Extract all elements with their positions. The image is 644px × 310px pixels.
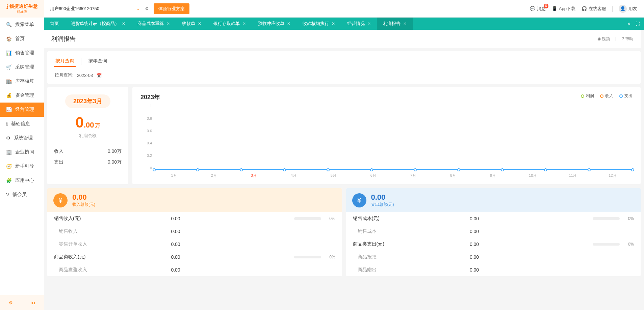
detail-row: 商品盘盈收入0.00 bbox=[47, 263, 342, 276]
menu-icon: 🏠 bbox=[6, 36, 12, 41]
tab-label: 收款单 bbox=[182, 21, 195, 27]
collapse-icon[interactable]: ⏮ bbox=[31, 300, 35, 305]
chart-card: 2023年 利润收入支出 10.80.60.40.20 1月2月3月4月5月6月… bbox=[132, 87, 641, 184]
legend-item[interactable]: 利润 bbox=[581, 93, 594, 99]
tab-5[interactable]: 预收冲应收单✕ bbox=[252, 18, 297, 30]
trial-button[interactable]: 体验行业方案 bbox=[154, 3, 189, 14]
close-icon[interactable]: ✕ bbox=[122, 21, 125, 26]
menu-icon: ⚙ bbox=[6, 135, 10, 141]
sidebar-item-7[interactable]: ℹ基础信息 bbox=[0, 117, 44, 131]
menu-label: 基础信息 bbox=[11, 121, 30, 127]
separator bbox=[612, 6, 613, 12]
row-value: 0.00 bbox=[142, 216, 209, 221]
query-panel: 按月查询 按年查询 按月查询: 2023-03 📅 bbox=[47, 51, 641, 84]
settings-icon[interactable]: ⚙ bbox=[9, 300, 13, 305]
tenant-select[interactable]: 用户690企业1660120750 ⌄ bbox=[50, 6, 140, 12]
app-download-link[interactable]: 📱App下载 bbox=[552, 6, 575, 12]
sidebar-item-0[interactable]: 🔍搜索菜单 bbox=[0, 18, 44, 32]
summary-month: 2023年3月 bbox=[65, 94, 110, 108]
menu-icon: 💰 bbox=[6, 93, 12, 98]
tab-label: 首页 bbox=[50, 21, 59, 27]
query-value[interactable]: 2023-03 bbox=[77, 73, 93, 78]
close-icon[interactable]: ✕ bbox=[332, 21, 335, 26]
logo[interactable]: ⟆畅捷通好生意 精标版 bbox=[0, 0, 44, 18]
video-link[interactable]: ◉ 视频 bbox=[597, 36, 610, 42]
tab-label: 预收冲应收单 bbox=[258, 21, 284, 27]
tab-1[interactable]: 进货单统计表（按商品）✕ bbox=[65, 18, 131, 30]
sidebar-item-9[interactable]: 🏢企业协同 bbox=[0, 145, 44, 159]
sidebar: 🔍搜索菜单🏠首页📊销售管理🛒采购管理🏬库存核算💰资金管理📈经营管理ℹ基础信息⚙系… bbox=[0, 18, 44, 310]
calendar-icon[interactable]: 📅 bbox=[96, 73, 102, 78]
message-link[interactable]: 💬 消息 6 bbox=[530, 6, 546, 12]
tab-8[interactable]: 利润报告✕ bbox=[377, 18, 413, 30]
row-value: 0.00 bbox=[441, 216, 508, 221]
xaxis-label: 1月 bbox=[154, 173, 194, 178]
row-value: 0.00 bbox=[142, 267, 209, 273]
app-download-label: App下载 bbox=[559, 6, 575, 12]
expand-icon[interactable]: ⛶ bbox=[636, 21, 640, 26]
tab-2[interactable]: 商品成本重算✕ bbox=[131, 18, 176, 30]
close-all-icon[interactable]: ✕ bbox=[627, 21, 631, 26]
gear-icon[interactable]: ⚙ bbox=[145, 6, 149, 11]
tab-3[interactable]: 收款单✕ bbox=[176, 18, 207, 30]
row-label: 商品类收入(元) bbox=[54, 254, 142, 260]
progress-bar bbox=[294, 217, 321, 220]
tab-6[interactable]: 收款核销执行✕ bbox=[297, 18, 341, 30]
chevron-down-icon: ⌄ bbox=[136, 6, 140, 11]
menu-label: 库存核算 bbox=[15, 78, 34, 84]
menu-label: 新手引导 bbox=[15, 163, 34, 169]
income-total: 0.00 bbox=[72, 193, 95, 202]
detail-row: 销售收入(元)0.000% bbox=[47, 212, 342, 225]
sidebar-item-3[interactable]: 🛒采购管理 bbox=[0, 60, 44, 74]
tab-label: 商品成本重算 bbox=[137, 21, 164, 27]
help-link[interactable]: ? 帮助 bbox=[622, 36, 633, 42]
close-icon[interactable]: ✕ bbox=[166, 21, 170, 26]
sidebar-item-11[interactable]: 🧩应用中心 bbox=[0, 173, 44, 188]
tab-7[interactable]: 经营情况✕ bbox=[341, 18, 377, 30]
menu-icon: V bbox=[6, 192, 9, 197]
menu-label: 经营管理 bbox=[15, 107, 34, 113]
tab-0[interactable]: 首页 bbox=[44, 18, 65, 30]
close-icon[interactable]: ✕ bbox=[403, 21, 407, 26]
sidebar-item-4[interactable]: 🏬库存核算 bbox=[0, 74, 44, 88]
sidebar-item-6[interactable]: 📈经营管理 bbox=[0, 103, 44, 117]
sidebar-item-5[interactable]: 💰资金管理 bbox=[0, 88, 44, 103]
row-value: 0.00 bbox=[441, 229, 508, 234]
phone-icon: 📱 bbox=[552, 6, 557, 11]
profit-total: 0.00万 bbox=[54, 114, 122, 131]
legend-item[interactable]: 支出 bbox=[619, 93, 633, 99]
query-tab-year[interactable]: 按年查询 bbox=[87, 56, 108, 67]
sidebar-item-12[interactable]: V畅会员 bbox=[0, 188, 44, 202]
row-value: 0.00 bbox=[142, 254, 209, 260]
row-value: 0.00 bbox=[441, 267, 508, 273]
close-icon[interactable]: ✕ bbox=[287, 21, 290, 26]
row-value: 0.00 bbox=[142, 242, 209, 247]
query-tab-month[interactable]: 按月查询 bbox=[54, 56, 76, 67]
detail-row: 商品赠出0.00 bbox=[346, 263, 641, 276]
close-icon[interactable]: ✕ bbox=[198, 21, 201, 26]
row-label: 商品盘盈收入 bbox=[54, 267, 142, 273]
close-icon[interactable]: ✕ bbox=[367, 21, 371, 26]
user-menu[interactable]: 👤用友 bbox=[619, 5, 637, 13]
detail-row: 商品类收入(元)0.000% bbox=[47, 251, 342, 263]
tab-4[interactable]: 银行存取款单✕ bbox=[207, 18, 252, 30]
menu-icon: 🏬 bbox=[6, 79, 12, 84]
xaxis-label: 2月 bbox=[194, 173, 234, 178]
income-card: ¥ 0.00 收入总额(元) 销售收入(元)0.000%销售收入0.00零售开单… bbox=[47, 188, 342, 276]
legend-item[interactable]: 收入 bbox=[600, 93, 613, 99]
row-value: 0.00 bbox=[441, 254, 508, 260]
sidebar-item-8[interactable]: ⚙系统管理 bbox=[0, 131, 44, 145]
sidebar-item-1[interactable]: 🏠首页 bbox=[0, 32, 44, 46]
service-link[interactable]: 🎧在线客服 bbox=[582, 6, 606, 12]
summary-card: 2023年3月 0.00万 利润总额 收入0.00万 支出0.00万 bbox=[47, 87, 128, 184]
sidebar-item-2[interactable]: 📊销售管理 bbox=[0, 46, 44, 60]
chart-area: 10.80.60.40.20 1月2月3月4月5月6月7月8月9月10月11月1… bbox=[140, 104, 633, 178]
xaxis-label: 3月 bbox=[234, 173, 274, 178]
close-icon[interactable]: ✕ bbox=[242, 21, 246, 26]
detail-row: 销售收入0.00 bbox=[47, 225, 342, 238]
sidebar-item-10[interactable]: 🧭新手引导 bbox=[0, 159, 44, 173]
xaxis-label: 10月 bbox=[513, 173, 553, 178]
menu-icon: 🔍 bbox=[6, 22, 12, 27]
menu-icon: 📊 bbox=[6, 50, 12, 56]
row-value: 0.00 bbox=[142, 229, 209, 234]
